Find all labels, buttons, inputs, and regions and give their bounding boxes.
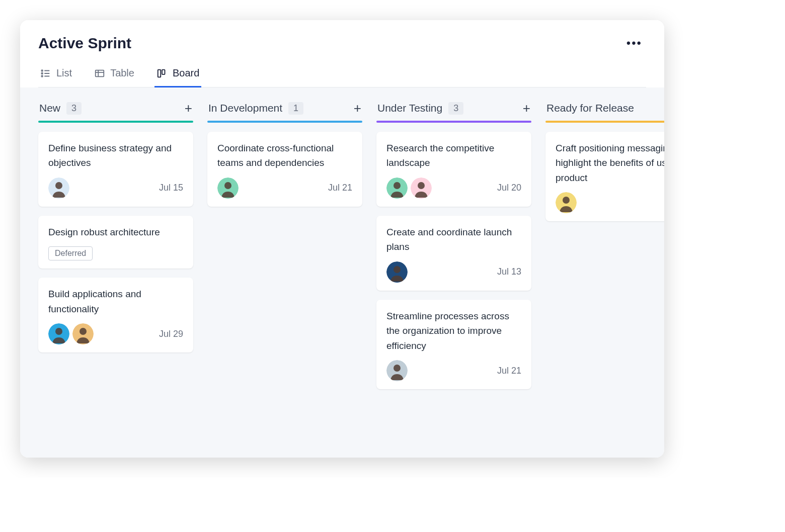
card-footer: Jul 21 [386,360,521,381]
task-card[interactable]: Streamline processes across the organiza… [376,300,531,389]
kanban-board: New3+Define business strategy and object… [20,87,664,458]
column-title: Ready for Release [546,102,634,114]
svg-point-0 [41,70,43,71]
card-title: Streamline processes across the organiza… [386,309,521,353]
card-date: Jul 13 [497,267,521,277]
column-header: Under Testing3+ [376,102,531,121]
add-card-button[interactable]: + [185,102,192,115]
column-count: 3 [448,102,463,115]
svg-point-28 [563,197,570,204]
card-date: Jul 15 [159,183,183,193]
app-window: Active Sprint ••• List Table Board [20,20,664,458]
cards-list: Coordinate cross-functional teams and de… [207,132,362,207]
card-footer: Jul 29 [48,323,183,344]
svg-point-22 [418,182,425,189]
card-title: Research the competitive landscape [386,141,521,170]
task-card[interactable]: Craft positioning messaging to highlight… [545,132,664,221]
task-card[interactable]: Research the competitive landscapeJul 20 [376,132,531,207]
svg-point-18 [224,182,231,189]
column-header: New3+ [38,102,193,121]
assignee-avatars [217,178,239,199]
card-title: Craft positioning messaging to highlight… [556,141,664,185]
card-footer: Jul 20 [386,178,521,199]
card-date: Jul 20 [497,183,521,193]
more-button[interactable]: ••• [622,34,646,52]
column-count: 1 [288,102,303,115]
card-title: Define business strategy and objectives [48,141,183,170]
avatar[interactable] [386,178,408,199]
view-tabs: List Table Board [38,62,646,87]
avatar[interactable] [411,178,432,199]
header-top: Active Sprint ••• [38,34,646,52]
svg-rect-10 [162,69,165,74]
card-footer: Jul 21 [217,178,352,199]
card-footer: Jul 13 [386,261,521,283]
board-icon [156,68,168,79]
cards-list: Define business strategy and objectivesJ… [38,132,193,352]
avatar[interactable] [556,192,577,213]
card-title: Create and coordinate launch plans [386,225,521,254]
column-header: Ready for Release+ [545,102,664,121]
avatar[interactable] [48,323,69,344]
svg-point-4 [41,75,43,77]
card-tag: Deferred [48,246,93,260]
column-accent-bar [545,121,664,123]
assignee-avatars [48,178,69,199]
task-card[interactable]: Design robust architectureDeferred [38,216,193,269]
assignee-avatars [386,360,408,381]
assignee-avatars [386,178,432,199]
svg-point-16 [80,328,87,335]
table-icon [94,68,105,79]
task-card[interactable]: Build applications and functionalityJul … [38,278,193,352]
svg-point-14 [55,328,62,335]
tab-label: Board [173,67,199,79]
assignee-avatars [556,192,577,213]
add-card-button[interactable]: + [523,102,530,115]
svg-point-20 [394,182,401,189]
card-date: Jul 29 [159,329,183,339]
card-title: Design robust architecture [48,225,183,239]
avatar[interactable] [48,178,69,199]
avatar[interactable] [72,323,94,344]
svg-rect-6 [96,70,104,76]
assignee-avatars [386,261,408,283]
avatar[interactable] [386,360,408,381]
card-date: Jul 21 [328,183,352,193]
avatar[interactable] [386,261,408,283]
task-card[interactable]: Create and coordinate launch plansJul 13 [376,216,531,291]
column-title: New [39,102,60,114]
column-title: In Development [208,102,282,114]
card-date: Jul 21 [497,366,521,376]
list-icon [40,68,51,79]
column-accent-bar [376,121,531,123]
avatar[interactable] [217,178,239,199]
card-footer [556,192,664,213]
card-footer: Jul 15 [48,178,183,199]
svg-rect-9 [158,69,161,77]
page-title: Active Sprint [38,35,131,52]
tab-label: Table [110,67,134,79]
tab-list[interactable]: List [38,62,74,87]
board-column: In Development1+Coordinate cross-functio… [207,102,362,444]
column-accent-bar [207,121,362,123]
column-title: Under Testing [377,102,442,114]
svg-point-26 [394,365,401,372]
task-card[interactable]: Coordinate cross-functional teams and de… [207,132,362,207]
board-column: Ready for Release+Craft positioning mess… [545,102,664,444]
board-column: New3+Define business strategy and object… [38,102,193,444]
tab-label: List [56,67,72,79]
card-title: Build applications and functionality [48,287,183,316]
header: Active Sprint ••• List Table Board [20,20,664,87]
tab-table[interactable]: Table [92,62,136,87]
card-title: Coordinate cross-functional teams and de… [217,141,352,170]
svg-point-12 [55,182,62,189]
add-card-button[interactable]: + [354,102,361,115]
column-count: 3 [66,102,82,115]
svg-point-2 [41,72,43,74]
column-accent-bar [38,121,193,123]
assignee-avatars [48,323,94,344]
task-card[interactable]: Define business strategy and objectivesJ… [38,132,193,207]
svg-point-24 [394,266,401,273]
cards-list: Research the competitive landscapeJul 20… [376,132,531,389]
tab-board[interactable]: Board [154,62,201,87]
